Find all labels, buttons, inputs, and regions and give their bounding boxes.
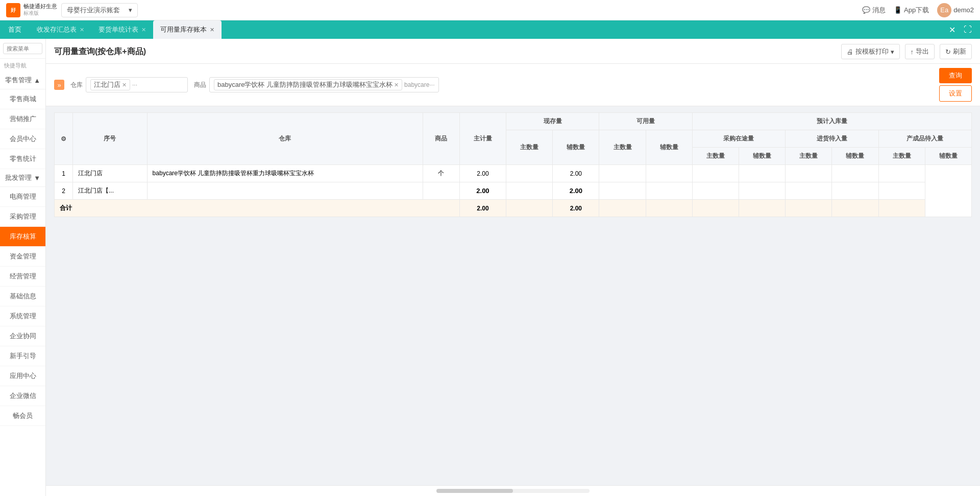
sidebar-item-retail-mall[interactable]: 零售商城 — [0, 89, 45, 109]
expand-button[interactable]: » — [54, 80, 64, 90]
sidebar-item-purchase-mgmt[interactable]: 采购管理 — [0, 207, 45, 227]
avatar: Ea — [937, 3, 951, 17]
row2-pt-aux — [692, 182, 739, 200]
export-button[interactable]: ↑ 导出 — [905, 44, 935, 59]
refresh-button[interactable]: ↻ 刷新 — [940, 44, 972, 59]
col-avail-aux-header: 辅数量 — [646, 130, 692, 165]
chevron-down-icon: ▾ — [129, 6, 132, 14]
goods-tag[interactable]: babycare学饮杯 儿童防摔防撞吸管杯重力球吸嘴杯宝宝水杯 ✕ — [214, 79, 402, 90]
sidebar-item-operations-mgmt[interactable]: 经营管理 — [0, 267, 45, 287]
sidebar-item-member-vip[interactable]: 畅会员 — [0, 406, 45, 426]
tab-order-stats-label: 要货单统计表 — [99, 25, 138, 34]
tab-receivable[interactable]: 收发存汇总表 ✕ — [30, 20, 91, 39]
col-settings-header[interactable]: ⚙ — [55, 113, 73, 165]
sidebar-item-ecommerce[interactable]: 电商管理 — [0, 187, 45, 207]
sidebar-nav-label[interactable]: 快捷导航 — [0, 59, 45, 72]
col-warehouse-header: 仓库 — [147, 113, 423, 165]
member-vip-label: 畅会员 — [13, 411, 33, 420]
goods-more[interactable]: babycare··· — [404, 81, 434, 88]
message-button[interactable]: 💬 消息 — [862, 6, 886, 15]
goods-filter: 商品 babycare学饮杯 儿童防摔防撞吸管杯重力球吸嘴杯宝宝水杯 ✕ bab… — [194, 77, 439, 92]
goods-tag-group[interactable]: babycare学饮杯 儿童防摔防撞吸管杯重力球吸嘴杯宝宝水杯 ✕ babyca… — [209, 77, 439, 92]
print-button[interactable]: 🖨 按模板打印 ▾ — [841, 44, 900, 59]
scrollbar-track[interactable] — [436, 489, 590, 493]
home-label: 首页 — [8, 25, 21, 34]
tab-available-inventory-label: 可用量库存账本 — [160, 25, 207, 34]
row2-avail-main: 2.00 — [553, 182, 599, 200]
sidebar-item-system-mgmt[interactable]: 系统管理 — [0, 306, 45, 326]
print-label: 按模板打印 — [855, 47, 889, 56]
scrollbar-thumb[interactable] — [436, 489, 513, 493]
new-guide-label: 新手引导 — [10, 351, 36, 361]
row2-avail-aux — [599, 182, 646, 200]
settings-button[interactable]: 设置 — [939, 85, 972, 102]
tab-available-inventory[interactable]: 可用量库存账本 ✕ — [153, 20, 222, 39]
sidebar-item-inventory-check[interactable]: 库存核算 — [0, 227, 45, 247]
col-stock-aux-header: 辅数量 — [553, 130, 599, 165]
tab-home[interactable]: 首页 — [0, 20, 30, 39]
col-planned-inbound-header: 预计入库量 — [692, 113, 971, 130]
sidebar-item-wholesale-mgmt[interactable]: 批发管理 ▼ — [0, 169, 45, 187]
sidebar-item-finance-mgmt[interactable]: 资金管理 — [0, 247, 45, 267]
sidebar-item-member-center[interactable]: 会员中心 — [0, 129, 45, 149]
sidebar-item-marketing[interactable]: 营销推广 — [0, 109, 45, 129]
industry-selector[interactable]: 母婴行业演示账套 ▾ — [61, 3, 138, 17]
row2-unit — [423, 182, 459, 200]
sidebar-item-app-center[interactable]: 应用中心 — [0, 366, 45, 386]
warehouse-more[interactable]: ··· — [132, 81, 137, 88]
row1-unit: 个 — [423, 165, 459, 182]
top-bar-right: 💬 消息 📱 App下载 Ea demo2 — [862, 3, 974, 17]
sidebar-item-new-guide[interactable]: 新手引导 — [0, 346, 45, 366]
sidebar-item-enterprise-collab[interactable]: 企业协同 — [0, 326, 45, 346]
row1-stock-aux — [506, 165, 553, 182]
row2-ip-main — [739, 182, 785, 200]
sidebar-item-basic-info[interactable]: 基础信息 — [0, 287, 45, 306]
operations-mgmt-label: 经营管理 — [10, 272, 36, 281]
refresh-label: 刷新 — [953, 47, 966, 56]
sidebar-item-retail-mgmt[interactable]: 零售管理 ▲ — [0, 72, 45, 89]
col-pt-main-header: 主数量 — [692, 148, 739, 165]
fullscreen-icon[interactable]: ⛶ — [960, 25, 976, 34]
nav-tabs-right: ✕ ⛶ — [945, 25, 980, 35]
page-header: 可用量查询(按仓库+商品) 🖨 按模板打印 ▾ ↑ 导出 ↻ 刷新 — [46, 39, 980, 64]
col-current-stock-header: 现存量 — [506, 113, 599, 130]
tab-order-stats-close[interactable]: ✕ — [141, 27, 146, 33]
warehouse-tag-close[interactable]: ✕ — [122, 82, 127, 88]
export-icon: ↑ — [911, 48, 914, 56]
col-incoming-pending-header: 进货待入量 — [786, 130, 878, 148]
row1-pp-aux — [878, 165, 925, 182]
summary-pp-aux — [878, 200, 925, 217]
top-bar: 好 畅捷通好生意 标准版 母婴行业演示账套 ▾ 💬 消息 📱 App下载 Ea … — [0, 0, 980, 20]
summary-pp-main — [832, 200, 878, 217]
col-available-qty-header: 可用量 — [599, 113, 692, 130]
row1-pp-main — [832, 165, 878, 182]
sidebar: 快捷导航 零售管理 ▲ 零售商城 营销推广 会员中心 零售统计 批发管理 ▼ 电… — [0, 39, 46, 496]
nav-tabs: 首页 收发存汇总表 ✕ 要货单统计表 ✕ 可用量库存账本 ✕ ✕ ⛶ — [0, 20, 980, 39]
search-input[interactable] — [3, 43, 42, 54]
col-pt-aux-header: 辅数量 — [739, 148, 785, 165]
col-no-header: 序号 — [73, 113, 148, 165]
summary-ip-main — [739, 200, 785, 217]
row2-pp-aux — [878, 182, 925, 200]
logo-area: 好 畅捷通好生意 标准版 — [6, 3, 57, 17]
user-menu[interactable]: Ea demo2 — [937, 3, 974, 17]
query-button[interactable]: 查询 — [939, 68, 972, 83]
filter-actions: 查询 设置 — [939, 68, 972, 102]
col-ip-main-header: 主数量 — [786, 148, 832, 165]
row2-warehouse: 江北门店【... — [73, 182, 148, 200]
app-download-button[interactable]: 📱 App下载 — [894, 6, 929, 15]
tab-receivable-close[interactable]: ✕ — [80, 27, 84, 33]
sidebar-search-area — [0, 39, 45, 59]
tab-order-stats[interactable]: 要货单统计表 ✕ — [91, 20, 153, 39]
purchase-mgmt-label: 采购管理 — [10, 212, 36, 221]
sidebar-item-retail-stats[interactable]: 零售统计 — [0, 149, 45, 169]
sidebar-item-enterprise-wechat[interactable]: 企业微信 — [0, 386, 45, 406]
warehouse-tag-group[interactable]: 江北门店 ✕ ··· — [86, 77, 188, 92]
retail-mall-label: 零售商城 — [10, 95, 36, 104]
close-all-icon[interactable]: ✕ — [945, 25, 960, 35]
page-title: 可用量查询(按仓库+商品) — [54, 46, 146, 57]
goods-tag-close[interactable]: ✕ — [394, 82, 399, 88]
warehouse-tag[interactable]: 江北门店 ✕ — [90, 79, 130, 90]
tab-available-inventory-close[interactable]: ✕ — [210, 27, 214, 33]
row2-stock-main: 2.00 — [459, 182, 506, 200]
